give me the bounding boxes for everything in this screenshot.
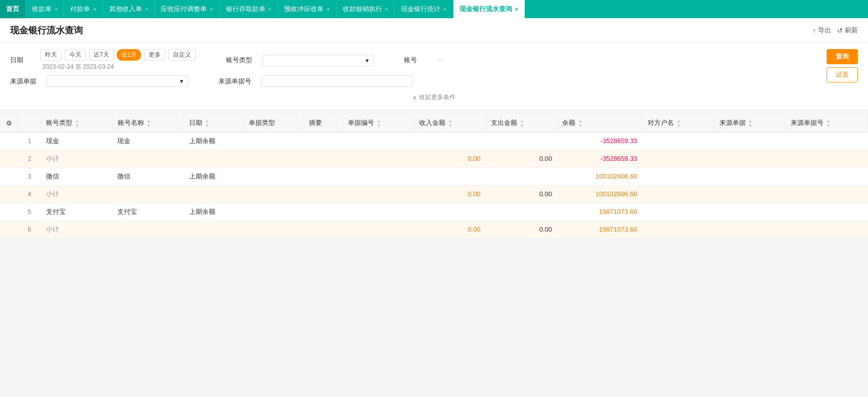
close-icon[interactable]: × [515, 6, 518, 12]
nav-tab-skhx[interactable]: 收款核销执行 × [337, 0, 395, 18]
close-icon[interactable]: × [145, 6, 148, 12]
cell-summary [304, 167, 343, 185]
th-expense[interactable]: 支出金额 ▲▼ [485, 114, 557, 132]
cell-expense: 0.00 [485, 220, 557, 238]
data-table: ⚙ 账号类型 ▲▼ 账号名称 ▲▼ 日期 ▲▼ 单据类型 摘要 单据编号 ▲▼ … [0, 114, 868, 239]
date-block: 昨天 今天 近7天 近1月 更多 自定义 2023-02-24 至 2023-0… [40, 49, 196, 71]
cell-source-doc-no [786, 132, 868, 150]
cell-counterpart [643, 220, 714, 238]
cell-date: 上期余额 [184, 167, 244, 185]
table-row: 1现金现金上期余额-3528659.33 [0, 132, 868, 150]
filter-row-1: 日期 昨天 今天 近7天 近1月 更多 自定义 2023-02-24 至 202… [10, 49, 827, 71]
source-doc-select[interactable]: ▾ [47, 75, 188, 87]
settings-button[interactable]: 设置 [827, 67, 858, 82]
table-header-row: ⚙ 账号类型 ▲▼ 账号名称 ▲▼ 日期 ▲▼ 单据类型 摘要 单据编号 ▲▼ … [0, 114, 868, 132]
account-dots[interactable]: ··· [434, 56, 445, 65]
nav-tab-fudan[interactable]: 付款单 × [64, 0, 103, 18]
cell-summary [304, 150, 343, 167]
row-gear-cell [0, 185, 18, 203]
close-icon[interactable]: × [55, 6, 58, 12]
chevron-down-icon-2: ▾ [180, 77, 184, 85]
cell-balance: -3528659.33 [557, 132, 643, 150]
cell-date [184, 150, 244, 167]
th-gear[interactable]: ⚙ [0, 114, 18, 132]
nav-tab-home[interactable]: 首页 [0, 0, 26, 18]
cell-doc-type [243, 203, 303, 220]
nav-tab-ysyftz[interactable]: 应收应付调整单 × [155, 0, 219, 18]
tab-label: 预收冲应收单 [284, 5, 324, 14]
cell-doc-type [243, 167, 303, 185]
export-button[interactable]: ↑ 导出 [813, 26, 832, 35]
table-container: ⚙ 账号类型 ▲▼ 账号名称 ▲▼ 日期 ▲▼ 单据类型 摘要 单据编号 ▲▼ … [0, 114, 868, 239]
cell-source-doc [714, 203, 786, 220]
row-num: 1 [18, 132, 41, 150]
cell-doc-no [342, 132, 414, 150]
close-icon[interactable]: × [93, 6, 96, 12]
date-btn-custom[interactable]: 自定义 [168, 49, 196, 61]
cell-account-name [112, 150, 184, 167]
th-doc-no[interactable]: 单据编号 ▲▼ [342, 114, 414, 132]
cell-income [414, 132, 486, 150]
th-account-name[interactable]: 账号名称 ▲▼ [112, 114, 184, 132]
close-icon[interactable]: × [268, 6, 271, 12]
th-counterpart[interactable]: 对方户名 ▲▼ [643, 114, 714, 132]
cell-account-name [112, 185, 184, 203]
th-income[interactable]: 收入金额 ▲▼ [414, 114, 486, 132]
cell-counterpart [643, 203, 714, 220]
th-source-doc-no[interactable]: 来源单据号 ▲▼ [786, 114, 868, 132]
collapse-bar[interactable]: ∧ 收起更多条件 [10, 91, 858, 104]
chevron-down-icon: ▾ [366, 57, 369, 64]
close-icon[interactable]: × [443, 6, 446, 12]
date-btn-today[interactable]: 今天 [65, 49, 86, 61]
cell-source-doc [714, 185, 786, 203]
cell-account-type: 小计 [41, 150, 113, 167]
home-label: 首页 [6, 5, 19, 14]
nav-tab-yhcqk[interactable]: 银行存取款单 × [220, 0, 278, 18]
cell-account-type: 微信 [41, 167, 113, 185]
refresh-button[interactable]: ↺ 刷新 [837, 26, 858, 35]
cell-account-name: 微信 [112, 167, 184, 185]
date-btn-more[interactable]: 更多 [144, 49, 165, 61]
cell-doc-no [342, 203, 414, 220]
row-gear-cell [0, 150, 18, 167]
refresh-icon: ↺ [837, 27, 843, 34]
th-source-doc[interactable]: 来源单据 ▲▼ [714, 114, 786, 132]
close-icon[interactable]: × [327, 6, 330, 12]
th-summary: 摘要 [304, 114, 343, 132]
nav-tab-xjyhls[interactable]: 现金银行流水查询 × [453, 0, 525, 18]
cell-income [414, 167, 486, 185]
row-num: 6 [18, 220, 41, 238]
cell-date: 上期余额 [184, 132, 244, 150]
source-doc-no-input[interactable] [261, 75, 413, 87]
cell-account-type: 小计 [41, 220, 113, 238]
nav-tab-qtsr[interactable]: 其他收入单 × [103, 0, 155, 18]
cell-balance: 19871073.60 [557, 220, 643, 238]
top-nav: 首页 收款单 × 付款单 × 其他收入单 × 应收应付调整单 × 银行存取款单 … [0, 0, 868, 18]
date-btn-7days[interactable]: 近7天 [89, 49, 114, 61]
refresh-label: 刷新 [845, 26, 858, 35]
cell-doc-type [243, 132, 303, 150]
tab-label: 银行存取款单 [226, 5, 265, 14]
cell-balance: 100102606.60 [557, 167, 643, 185]
row-num: 3 [18, 167, 41, 185]
close-icon[interactable]: × [210, 6, 213, 12]
date-btn-yesterday[interactable]: 昨天 [40, 49, 62, 61]
account-type-select[interactable]: ▾ [262, 55, 374, 66]
nav-tab-yscys[interactable]: 预收冲应收单 × [278, 0, 336, 18]
page-title: 现金银行流水查询 [10, 24, 83, 36]
date-btn-1month[interactable]: 近1月 [117, 49, 142, 61]
nav-tab-shoudan[interactable]: 收款单 × [26, 0, 64, 18]
th-balance[interactable]: 余额 ▲▼ [557, 114, 643, 132]
filter-row-2: 来源单据 ▾ 来源单据号 [10, 75, 827, 87]
th-date[interactable]: 日期 ▲▼ [184, 114, 244, 132]
th-account-type[interactable]: 账号类型 ▲▼ [41, 114, 113, 132]
cell-income: 0.00 [414, 185, 486, 203]
close-icon[interactable]: × [385, 6, 388, 12]
nav-tab-xjyhtj[interactable]: 现金银行统计 × [395, 0, 453, 18]
row-gear-cell [0, 220, 18, 238]
query-button[interactable]: 查询 [827, 49, 858, 64]
collapse-label: 收起更多条件 [419, 93, 455, 102]
cell-source-doc [714, 132, 786, 150]
cell-counterpart [643, 132, 714, 150]
cell-account-name: 现金 [112, 132, 184, 150]
